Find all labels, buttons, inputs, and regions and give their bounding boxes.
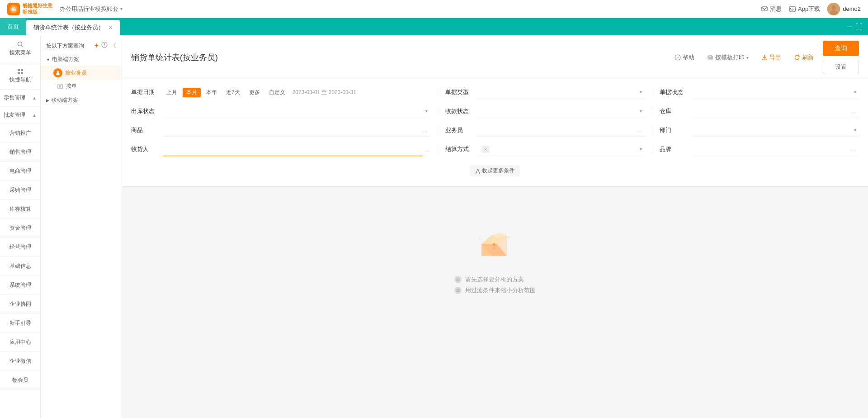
add-scheme-button[interactable]: + <box>94 42 99 50</box>
sidebar-item-wechat[interactable]: 企业微信 <box>0 352 40 371</box>
doc-type-arrow: ▾ <box>640 90 642 95</box>
settlement-filter-field: 结算方式 × ▾ <box>445 142 645 156</box>
tab-expand-button[interactable]: ⛶ <box>855 23 863 31</box>
refresh-icon <box>794 54 800 61</box>
sidebar-item-inventory[interactable]: 库存核算 <box>0 200 40 219</box>
empty-illustration <box>468 223 522 268</box>
settings-button[interactable]: 设置 <box>823 60 859 74</box>
consignee-input[interactable] <box>163 142 423 156</box>
svg-rect-13 <box>21 72 23 74</box>
payment-label: 收款状态 <box>445 107 477 115</box>
payment-select[interactable]: ▾ <box>477 104 645 118</box>
scheme-group-desktop: ▼ 电脑端方案 按业务员 <box>41 52 122 93</box>
date-tab-more[interactable]: 更多 <box>245 88 264 97</box>
svg-rect-27 <box>709 58 712 59</box>
outbound-arrow: ▾ <box>425 109 428 114</box>
tab-minimize-button[interactable]: ─ <box>847 23 852 31</box>
query-button[interactable]: 查询 <box>823 41 859 56</box>
brand-select[interactable]: … <box>691 142 859 156</box>
sidebar-item-member[interactable]: 畅会员 <box>0 371 40 390</box>
filter-area: 单据日期 上月 本月 本年 近7天 更多 自定义 2023-03-01 至 20… <box>122 79 868 187</box>
consignee-more-icon[interactable]: … <box>425 146 430 153</box>
sidebar-item-marketing[interactable]: 营销推广 <box>0 124 40 143</box>
doc-type-label: 单据类型 <box>445 88 477 96</box>
sidebar-item-wholesale[interactable]: 批发管理 ▲ <box>0 107 40 124</box>
hint-num-1: ① <box>454 276 462 283</box>
collapse-panel-button[interactable]: 《 <box>110 42 116 50</box>
outbound-label: 出库状态 <box>131 107 163 115</box>
sidebar-item-shortcut[interactable]: 快捷导航 <box>0 62 40 90</box>
empty-hint-1: ① 请先选择要分析的方案 <box>454 276 536 284</box>
scheme-item-by-salesperson[interactable]: 按业务员 <box>41 66 122 80</box>
message-button[interactable]: 消息 <box>761 5 782 13</box>
tab-home[interactable]: 首页 <box>0 18 26 35</box>
salesperson-select[interactable]: … <box>477 124 645 137</box>
settlement-tag-remove[interactable]: × <box>484 147 487 152</box>
edit-scheme-button[interactable] <box>101 42 108 50</box>
collapse-button[interactable]: ⋀ 收起更多条件 <box>470 165 520 176</box>
settlement-select[interactable]: × ▾ <box>477 142 645 156</box>
desktop-group-triangle: ▼ <box>46 57 50 62</box>
filter-row-3: 商品 … 业务员 … <box>131 124 859 137</box>
svg-point-36 <box>479 238 481 240</box>
header-right: 消息 App App下载 demo2 <box>761 3 861 15</box>
product-more-icon[interactable]: … <box>422 127 428 133</box>
date-tab-this-month[interactable]: 本月 <box>183 88 201 97</box>
filter-divider-3 <box>438 107 438 116</box>
scheme-group-mobile-title[interactable]: ▶ 移动端方案 <box>41 94 122 106</box>
template-print-dropdown-arrow[interactable]: ▾ <box>746 55 749 60</box>
sidebar-item-purchase[interactable]: 采购管理 <box>0 181 40 200</box>
warehouse-more-icon[interactable]: … <box>851 108 856 114</box>
date-tab-last-7-days[interactable]: 近7天 <box>222 88 244 97</box>
brand-more-icon[interactable]: … <box>851 146 856 152</box>
scheme-salesperson-icon <box>53 68 62 77</box>
date-tab-last-month[interactable]: 上月 <box>163 88 181 97</box>
sidebar-item-search[interactable]: 搜索菜单 <box>0 35 40 62</box>
download-icon: App <box>789 5 796 13</box>
template-print-button[interactable]: 按模板打印 ▾ <box>703 52 752 63</box>
scheme-group-desktop-title[interactable]: ▼ 电脑端方案 <box>41 53 122 66</box>
doc-type-select[interactable]: ▾ <box>477 86 645 99</box>
tab-close-icon[interactable]: ✕ <box>108 25 113 31</box>
outbound-select[interactable]: ▾ <box>163 104 430 118</box>
sidebar-item-newuser[interactable]: 新手引导 <box>0 314 40 333</box>
top-header: 畅 畅捷通好生意 标准版 办公用品行业模拟账套 ▾ 消息 App <box>0 0 868 18</box>
warehouse-select[interactable]: … <box>691 104 859 118</box>
app-title-chevron[interactable]: ▾ <box>120 6 123 11</box>
svg-text:?: ? <box>677 56 679 60</box>
scheme-sub-item-by-order[interactable]: 按单 <box>41 80 122 92</box>
date-tab-this-year[interactable]: 本年 <box>203 88 221 97</box>
order-icon <box>57 83 63 90</box>
doc-status-label: 单据状态 <box>660 88 691 96</box>
date-tab-custom[interactable]: 自定义 <box>265 88 289 97</box>
user-menu[interactable]: demo2 <box>827 3 861 15</box>
sidebar-item-operation[interactable]: 经营管理 <box>0 238 40 257</box>
sidebar-item-enterprise[interactable]: 企业协同 <box>0 295 40 314</box>
sidebar-item-system[interactable]: 系统管理 <box>0 276 40 295</box>
export-button[interactable]: 导出 <box>758 52 785 63</box>
consignee-filter-field: 收货人 … <box>131 142 430 156</box>
tab-sales-stat[interactable]: 销货单统计表（按业务员） ✕ <box>26 20 120 35</box>
department-select[interactable]: ▾ <box>691 124 859 137</box>
brand-label: 品牌 <box>660 145 691 153</box>
sidebar-item-appcenter[interactable]: 应用中心 <box>0 333 40 352</box>
help-button[interactable]: ? 帮助 <box>671 52 698 63</box>
refresh-button[interactable]: 刷新 <box>790 52 817 63</box>
app-download-button[interactable]: App App下载 <box>789 5 820 13</box>
salesperson-more-icon[interactable]: … <box>637 127 642 133</box>
svg-point-35 <box>508 236 510 238</box>
filter-divider-8 <box>652 145 652 154</box>
sidebar-item-basic[interactable]: 基础信息 <box>0 257 40 276</box>
shortcut-icon <box>17 68 24 75</box>
svg-rect-2 <box>762 7 767 11</box>
payment-filter-field: 收款状态 ▾ <box>445 104 645 118</box>
sidebar-item-retail[interactable]: 零售管理 ▲ <box>0 90 40 107</box>
empty-hint-2: ② 用过滤条件来缩小分析范围 <box>454 286 536 294</box>
doc-status-select[interactable]: ▾ <box>691 86 859 99</box>
product-select[interactable]: … <box>163 124 430 137</box>
sidebar-item-sales[interactable]: 销售管理 <box>0 143 40 162</box>
sidebar-item-finance[interactable]: 资金管理 <box>0 219 40 238</box>
sidebar-item-ecommerce[interactable]: 电商管理 <box>0 162 40 181</box>
tab-bar: 首页 销货单统计表（按业务员） ✕ ─ ⛶ <box>0 18 868 35</box>
department-filter-field: 部门 ▾ <box>660 124 859 137</box>
